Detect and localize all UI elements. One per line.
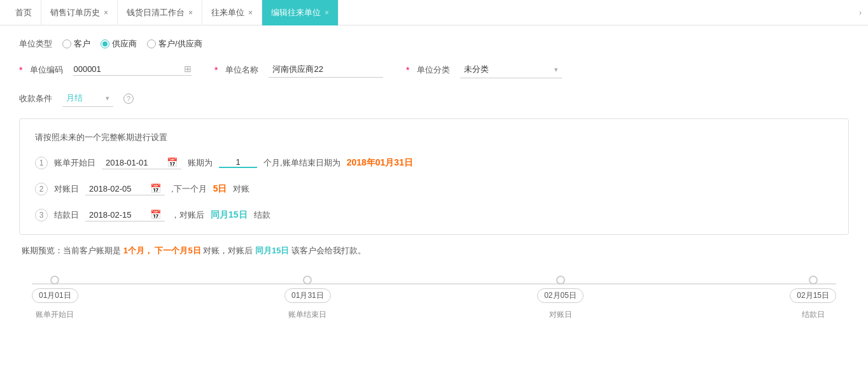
tab-counterpart-close[interactable]: ×: [248, 8, 253, 17]
period-row3-prefix: ，对账后: [171, 209, 204, 221]
tabs-bar: 首页 销售订单历史 × 钱货日清工作台 × 往来单位 × 编辑往来单位 × ›: [0, 0, 868, 25]
unit-category-label: 单位分类: [417, 64, 450, 76]
period-suffix-1: 账期为: [188, 157, 213, 169]
unit-type-label: 单位类型: [19, 38, 52, 50]
tab-edit-counterpart-label: 编辑往来单位: [271, 7, 321, 18]
unit-type-row: 单位类型 客户 供应商 客户/供应商: [19, 38, 849, 50]
payment-terms-label: 收款条件: [19, 93, 52, 104]
timeline-label-1: 01月31日: [284, 288, 331, 303]
unit-code-star: *: [19, 65, 22, 75]
timeline-point-2: 02月05日 对账日: [537, 276, 584, 320]
unit-name-label: 单位名称: [225, 64, 258, 76]
unit-name-star: *: [214, 65, 218, 75]
preview-part3: 对账，对账后: [203, 246, 253, 255]
period-setup-box: 请按照未来的一个完整帐期进行设置 1 账单开始日 📅 账期为 个月,账单结束日期…: [19, 118, 849, 235]
timeline-desc-1: 账单结束日: [288, 309, 326, 320]
payment-terms-row: 收款条件 月结 ▾ ?: [19, 90, 849, 107]
period-row2-suffix3: 对账: [233, 183, 249, 195]
radio-supplier-circle: [101, 39, 109, 48]
tab-counterpart-label: 往来单位: [211, 7, 244, 18]
unit-category-select[interactable]: 未分类 ▾: [460, 61, 562, 78]
period-row3-suffix: 结款: [254, 209, 270, 221]
period-date-input-1[interactable]: [106, 158, 163, 167]
timeline-label-2: 02月05日: [537, 288, 584, 303]
tab-counterpart[interactable]: 往来单位 ×: [202, 0, 262, 25]
period-date-input-2[interactable]: [89, 184, 146, 194]
timeline-point-3: 02月15日 结款日: [790, 276, 836, 320]
period-num-1: 1: [35, 157, 48, 169]
payment-terms-arrow: ▾: [106, 94, 109, 102]
period-label-3: 结款日: [54, 209, 79, 221]
timeline: 01月01日 账单开始日 01月31日 账单结束日 02月05日 对账日 02月…: [19, 269, 849, 320]
timeline-dot-2: [556, 276, 565, 285]
period-calendar-icon-2[interactable]: 📅: [150, 183, 161, 194]
radio-customer-supplier-circle: [147, 39, 156, 48]
period-num-2: 2: [35, 183, 48, 195]
timeline-points: 01月01日 账单开始日 01月31日 账单结束日 02月05日 对账日 02月…: [32, 276, 836, 320]
payment-terms-help[interactable]: ?: [123, 94, 134, 104]
timeline-desc-0: 账单开始日: [36, 309, 74, 320]
unit-code-input[interactable]: [73, 64, 180, 74]
period-row-1: 1 账单开始日 📅 账期为 个月,账单结束日期为 2018年01月31日: [35, 156, 833, 169]
timeline-desc-3: 结款日: [802, 309, 825, 320]
timeline-dot-1: [303, 276, 312, 285]
radio-customer[interactable]: 客户: [62, 38, 90, 50]
radio-supplier-label: 供应商: [112, 38, 137, 50]
preview-part2: 下一个月5日: [155, 246, 200, 255]
radio-customer-label: 客户: [74, 38, 90, 50]
payment-terms-value: 月结: [66, 92, 83, 104]
unit-code-copy-icon[interactable]: ⊞: [184, 64, 192, 74]
timeline-point-0: 01月01日 账单开始日: [32, 276, 78, 320]
period-row2-suffix1: ,下一个月: [171, 183, 207, 195]
timeline-label-0: 01月01日: [32, 288, 78, 303]
unit-code-field[interactable]: ⊞: [73, 64, 192, 76]
period-calendar-icon-3[interactable]: 📅: [150, 209, 161, 220]
unit-type-radio-group: 客户 供应商 客户/供应商: [62, 38, 202, 50]
preview-part5: 该客户会给我打款。: [291, 246, 366, 255]
preview-label: 账期预览：当前客户账期是: [22, 246, 121, 255]
tab-cashflow[interactable]: 钱货日清工作台 ×: [118, 0, 202, 25]
radio-supplier[interactable]: 供应商: [101, 38, 137, 50]
radio-customer-supplier-label: 客户/供应商: [158, 38, 202, 50]
tab-cashflow-label: 钱货日清工作台: [127, 7, 185, 18]
unit-category-value: 未分类: [464, 64, 489, 75]
preview-part4: 同月15日: [255, 246, 289, 255]
period-date-1[interactable]: 📅: [102, 156, 181, 169]
tab-sales-history-close[interactable]: ×: [104, 8, 108, 17]
period-num-3: 3: [35, 209, 48, 222]
timeline-point-1: 01月31日 账单结束日: [284, 276, 331, 320]
period-months-input[interactable]: [219, 157, 257, 168]
tab-sales-history-label: 销售订单历史: [50, 7, 100, 18]
period-row2-day: 5日: [213, 183, 227, 195]
main-content: 单位类型 客户 供应商 客户/供应商 * 单位编码 ⊞ * 单位名称: [0, 25, 868, 387]
period-row3-highlight: 同月15日: [211, 209, 248, 221]
period-end-date-highlight: 2018年01月31日: [347, 157, 413, 169]
tab-home[interactable]: 首页: [6, 0, 41, 25]
tabs-arrow[interactable]: ›: [859, 8, 862, 17]
unit-code-label: 单位编码: [30, 64, 63, 76]
period-date-input-3[interactable]: [89, 210, 146, 220]
preview-text: 账期预览：当前客户账期是 1个月， 下一个月5日 对账，对账后 同月15日 该客…: [19, 245, 849, 257]
unit-name-input[interactable]: [269, 62, 383, 78]
period-label-2: 对账日: [54, 183, 79, 195]
unit-info-row: * 单位编码 ⊞ * 单位名称 * 单位分类 未分类 ▾: [19, 61, 849, 78]
tab-sales-history[interactable]: 销售订单历史 ×: [41, 0, 118, 25]
payment-terms-select[interactable]: 月结 ▾: [62, 90, 113, 107]
radio-customer-supplier[interactable]: 客户/供应商: [147, 38, 202, 50]
period-months-suffix: 个月,账单结束日期为: [263, 157, 340, 169]
timeline-desc-2: 对账日: [549, 309, 572, 320]
period-date-3[interactable]: 📅: [85, 208, 165, 222]
timeline-label-3: 02月15日: [790, 288, 836, 303]
tab-home-label: 首页: [15, 7, 32, 18]
unit-category-star: *: [406, 65, 409, 75]
tab-edit-counterpart[interactable]: 编辑往来单位 ×: [262, 0, 339, 25]
period-date-2[interactable]: 📅: [85, 182, 165, 195]
period-calendar-icon-1[interactable]: 📅: [167, 157, 178, 167]
period-row-2: 2 对账日 📅 ,下一个月 5日 对账: [35, 182, 833, 195]
period-row-3: 3 结款日 📅 ，对账后 同月15日 结款: [35, 208, 833, 222]
tab-edit-counterpart-close[interactable]: ×: [325, 8, 329, 17]
tab-cashflow-close[interactable]: ×: [188, 8, 193, 17]
timeline-dot-3: [809, 276, 818, 285]
period-box-title: 请按照未来的一个完整帐期进行设置: [35, 132, 833, 143]
period-label-1: 账单开始日: [54, 157, 95, 169]
